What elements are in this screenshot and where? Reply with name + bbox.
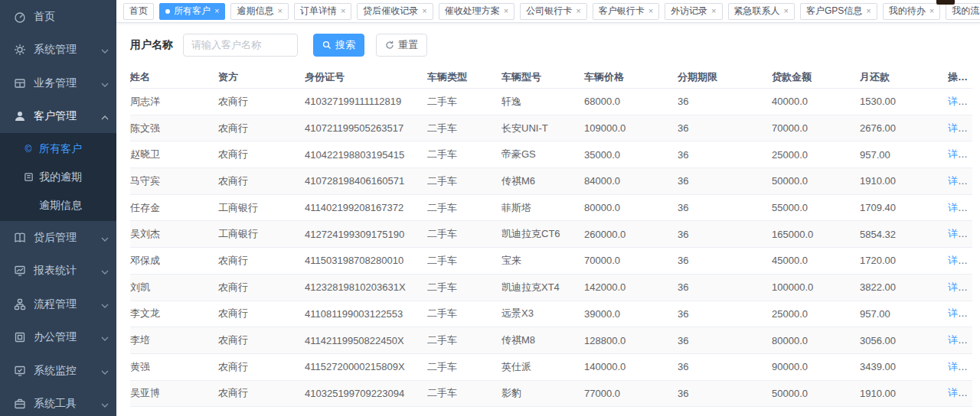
close-icon[interactable]: × [711,7,716,15]
search-bar: 用户名称 搜索 重置 [116,23,980,67]
table-cell: 140000.0 [584,361,678,372]
close-icon[interactable]: × [866,7,871,15]
table-cell: 工商银行 [218,201,305,215]
table-cell: 36 [678,388,772,399]
detail-link[interactable]: 详情 [948,148,968,160]
sidebar: 首页 系统管理 业务管理 客户管理 [0,0,116,416]
sidebar-item-my-overdue[interactable]: 我的逾期 [0,163,116,191]
tab[interactable]: 公司银行卡 × [520,3,586,20]
close-icon[interactable]: × [422,7,426,15]
tab[interactable]: 我的流程 × [946,3,980,20]
sidebar-item-label: 业务管理 [34,76,101,90]
detail-link[interactable]: 详情 [948,255,968,266]
table-cell: 赵晓卫 [130,148,218,161]
table-cell-action: 详情 [948,148,972,161]
close-icon[interactable]: × [214,7,219,15]
tab[interactable]: 逾期信息 × [230,3,288,20]
close-icon[interactable]: × [277,7,282,15]
table-cell: 36 [678,308,772,320]
chevron-down-icon [101,298,109,310]
table-cell-action: 详情 [948,307,972,320]
table-cell: 100000.0 [772,281,860,293]
search-button-label: 搜索 [335,38,355,52]
table-cell: 36 [678,175,772,187]
avatar[interactable] [936,0,955,5]
detail-link[interactable]: 详情 [948,96,968,107]
table-cell-action: 详情 [948,201,972,215]
table-cell: 3822.00 [860,281,948,293]
table-row: 陈文强农商行410721199505263517二手车长安UNI-T109000… [130,115,972,142]
tab[interactable]: 首页 [123,3,154,20]
table-cell: 轩逸 [501,95,584,109]
table-cell: 宝来 [501,254,584,268]
sidebar-item-all-customers[interactable]: © 所有客户 [0,135,116,163]
detail-link[interactable]: 详情 [948,202,968,213]
table-cell: 410728198406160571 [305,175,427,187]
search-label: 用户名称 [130,38,173,52]
close-icon[interactable]: × [929,7,934,15]
tab-label: 所有客户 [174,5,211,18]
tab[interactable]: 所有客户 × [159,3,225,20]
table-cell: 36 [678,361,772,372]
sidebar-item-home[interactable]: 首页 [0,0,116,34]
tab[interactable]: 紧急联系人 × [728,3,795,20]
tab[interactable]: 贷后催收记录 × [357,3,433,20]
tab-label: 客户银行卡 [599,5,645,18]
sidebar-item-overdue-info[interactable]: 逾期信息 [0,191,116,219]
sidebar-item-process[interactable]: 流程管理 [0,288,116,321]
tab-label: 客户GPS信息 [806,5,862,18]
table-row [130,407,972,416]
sidebar-subitem-label: 我的逾期 [39,171,82,184]
reset-button[interactable]: 重置 [376,34,427,57]
customer-name-input[interactable] [183,34,298,57]
table-row: 任存金工商银行411402199208167372二手车菲斯塔80000.036… [130,195,972,222]
sidebar-item-system[interactable]: 系统管理 [0,34,116,67]
table-row: 周志洋农商行410327199111112819二手车轩逸68000.03640… [130,89,972,115]
chevron-down-icon [101,44,109,56]
chevron-down-icon [101,77,109,89]
table-cell: 36 [678,281,772,293]
detail-link[interactable]: 详情 [948,387,968,398]
table-cell: 25000.0 [772,308,860,320]
close-icon[interactable]: × [648,7,653,15]
tab[interactable]: 订单详情 × [294,3,351,20]
table-cell-action: 详情 [948,254,972,268]
detail-link[interactable]: 详情 [948,228,968,239]
tab[interactable]: 客户GPS信息 × [800,3,877,20]
sidebar-item-business[interactable]: 业务管理 [0,67,116,100]
sidebar-item-office[interactable]: 办公管理 [0,321,116,355]
close-icon[interactable]: × [784,7,789,15]
table-row: 马守宾农商行410728198406160571二手车传祺M684000.036… [130,168,972,195]
tab-label: 我的待办 [889,5,926,18]
table-cell: 41142119950822450X [305,335,427,346]
book-icon [13,232,27,244]
detail-link[interactable]: 详情 [948,334,968,346]
detail-link[interactable]: 详情 [948,122,968,134]
sidebar-item-label: 客户管理 [34,109,101,123]
sidebar-item-customers[interactable]: 客户管理 [0,100,116,134]
sidebar-item-postloan[interactable]: 贷后管理 [0,221,116,255]
close-icon[interactable]: × [341,7,345,15]
detail-link[interactable]: 详情 [948,281,968,293]
table-cell: 影豹 [501,386,584,400]
detail-link[interactable]: 详情 [948,307,968,319]
table-cell: 36 [678,202,772,213]
sidebar-item-reports[interactable]: 报表统计 [0,255,116,288]
close-icon[interactable]: × [576,7,580,15]
table-cell: 41152720000215809X [305,361,427,372]
tab[interactable]: 客户银行卡 × [593,3,659,20]
sidebar-item-monitor[interactable]: 系统监控 [0,354,116,388]
tab[interactable]: 催收处理方案 × [439,3,514,20]
detail-link[interactable]: 详情 [948,361,968,372]
sidebar-item-tools[interactable]: 系统工具 [0,388,116,416]
table-row: 赵晓卫农商行410422198803195415二手车帝豪GS35000.036… [130,141,972,168]
table-cell: 3439.00 [860,361,948,372]
close-icon[interactable]: × [504,7,508,15]
search-button[interactable]: 搜索 [313,34,364,57]
detail-link[interactable]: 详情 [948,175,968,187]
tab[interactable]: 我的待办 × [883,3,940,20]
tab[interactable]: 外访记录 × [665,3,722,20]
table-cell: 3056.00 [860,335,948,346]
table-cell: 二手车 [427,95,501,109]
table-cell: 80000.0 [584,202,678,213]
